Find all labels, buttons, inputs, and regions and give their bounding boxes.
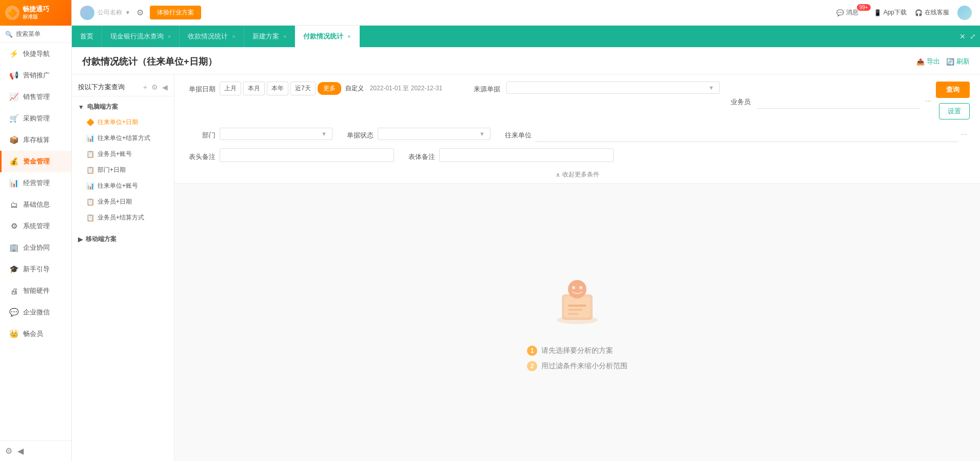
sidebar-item-quick-nav[interactable]: ⚡ 快捷导航 bbox=[0, 43, 71, 65]
svg-point-5 bbox=[579, 286, 582, 289]
solution-group-mobile-header[interactable]: ▶ 移动端方案 bbox=[72, 232, 174, 247]
source-doc-arrow-icon: ▼ bbox=[709, 85, 714, 91]
date-btn-last-month[interactable]: 上月 bbox=[220, 82, 241, 95]
sidebar-item-marketing[interactable]: 📢 营销推广 bbox=[0, 65, 71, 86]
solution-item-salesman-account[interactable]: 📋 业务员+账号 bbox=[72, 146, 174, 162]
hint-number-1: 1 bbox=[527, 346, 537, 356]
tab-new-plan[interactable]: 新建方案 × bbox=[244, 26, 295, 47]
app-icon: 📱 bbox=[874, 9, 881, 16]
search-menu[interactable]: 🔍 搜索菜单 bbox=[0, 26, 71, 43]
topbar-online-service[interactable]: 🎧 在线客服 bbox=[915, 8, 949, 17]
solution-settings-icon[interactable]: ⚙ bbox=[151, 83, 158, 91]
table-header-note-input[interactable] bbox=[220, 148, 394, 162]
table-body-note-label: 表体备注 bbox=[404, 149, 435, 162]
sidebar-item-capital[interactable]: 💰 资金管理 bbox=[0, 151, 71, 172]
solution-group-mobile-arrow-icon: ▶ bbox=[78, 236, 83, 243]
solution-collapse-icon[interactable]: ◀ bbox=[162, 83, 168, 91]
sidebar-item-wechat[interactable]: 💬 企业微信 bbox=[0, 302, 71, 323]
topbar-messages[interactable]: 💬 消息 99+ bbox=[836, 8, 866, 17]
maximize-icon[interactable]: ⤢ bbox=[970, 32, 976, 41]
solution-panel-header: 按以下方案查询 + ⚙ ◀ bbox=[72, 78, 174, 96]
salesman-input[interactable] bbox=[757, 92, 921, 109]
sidebar-item-inventory[interactable]: 📦 库存核算 bbox=[0, 129, 71, 151]
query-button[interactable]: 查询 bbox=[936, 82, 970, 98]
topbar: 公司名称 ▼ ⚙ 体验行业方案 💬 消息 99+ 📱 App下载 🎧 在线客服 bbox=[72, 0, 980, 26]
sidebar-item-purchase[interactable]: 🛒 采购管理 bbox=[0, 108, 71, 129]
solution-panel: 按以下方案查询 + ⚙ ◀ ▼ 电脑端方案 🔶 往来单位+日期 📊 bbox=[72, 74, 174, 461]
topbar-profile[interactable]: 公司名称 ▼ bbox=[80, 6, 130, 20]
sidebar-item-member[interactable]: 👑 畅会员 bbox=[0, 323, 71, 345]
solution-partner-settle-icon: 📊 bbox=[86, 134, 94, 142]
refresh-button[interactable]: 🔄 刷新 bbox=[946, 57, 970, 66]
table-body-note-input[interactable] bbox=[439, 148, 614, 162]
date-label: 单据日期 bbox=[185, 82, 215, 94]
operations-icon: 📊 bbox=[9, 178, 19, 188]
svg-point-4 bbox=[572, 286, 575, 289]
trial-industry-button[interactable]: 体验行业方案 bbox=[150, 6, 201, 19]
solution-item-salesman-date[interactable]: 📋 业务员+日期 bbox=[72, 194, 174, 210]
doc-status-arrow-icon: ▼ bbox=[479, 131, 485, 137]
doc-status-select[interactable]: ▼ bbox=[378, 128, 491, 140]
topbar-app-download[interactable]: 📱 App下载 bbox=[874, 8, 907, 17]
collapse-filter-button[interactable]: ∧ 收起更多条件 bbox=[185, 166, 970, 183]
sidebar-item-operations[interactable]: 📊 经营管理 bbox=[0, 172, 71, 194]
message-badge: 99+ bbox=[857, 4, 871, 11]
tab-home[interactable]: 首页 bbox=[72, 26, 102, 47]
date-btn-this-month[interactable]: 本月 bbox=[243, 82, 265, 95]
sidebar-item-guide[interactable]: 🎓 新手引导 bbox=[0, 258, 71, 280]
filter-solution-wrapper: 按以下方案查询 + ⚙ ◀ ▼ 电脑端方案 🔶 往来单位+日期 📊 bbox=[72, 74, 980, 461]
solution-group-desktop: ▼ 电脑端方案 🔶 往来单位+日期 📊 往来单位+结算方式 📋 业务员+账号 bbox=[72, 96, 174, 229]
hardware-icon: 🖨 bbox=[9, 287, 19, 295]
sidebar-settings-btn[interactable]: ⚙ bbox=[5, 446, 12, 456]
right-panel: 单据日期 上月 本月 本年 近7天 更多 自定义 2022-01-01 至 20… bbox=[174, 74, 980, 461]
tab-payment-stats[interactable]: 付款情况统计 × bbox=[295, 26, 359, 47]
date-btn-last-7days[interactable]: 近7天 bbox=[290, 82, 316, 95]
enterprise-icon: 🏢 bbox=[9, 243, 19, 252]
tab-receipt-stats-close[interactable]: × bbox=[232, 33, 235, 39]
sidebar-item-system[interactable]: ⚙ 系统管理 bbox=[0, 215, 71, 237]
hint-number-2: 2 bbox=[527, 361, 537, 371]
salesman-ellipsis-icon[interactable]: ··· bbox=[923, 94, 934, 107]
sidebar-item-enterprise[interactable]: 🏢 企业协同 bbox=[0, 237, 71, 258]
topbar-right: 💬 消息 99+ 📱 App下载 🎧 在线客服 bbox=[836, 6, 972, 20]
sidebar-item-hardware[interactable]: 🖨 智能硬件 bbox=[0, 280, 71, 302]
tab-new-plan-close[interactable]: × bbox=[283, 33, 286, 39]
query-actions: 查询 设置 bbox=[936, 82, 970, 119]
solution-item-partner-settle[interactable]: 📊 往来单位+结算方式 bbox=[72, 130, 174, 146]
tab-payment-stats-close[interactable]: × bbox=[347, 33, 350, 39]
export-button[interactable]: 📤 导出 bbox=[916, 57, 940, 66]
sidebar-collapse-btn[interactable]: ◀ bbox=[17, 446, 24, 456]
partner-input[interactable] bbox=[536, 126, 958, 142]
page-header-actions: 📤 导出 🔄 刷新 bbox=[916, 57, 970, 66]
date-shortcuts-group: 上月 本月 本年 近7天 更多 自定义 2022-01-01 至 2022-12… bbox=[220, 82, 469, 95]
solution-item-dept-date[interactable]: 📋 部门+日期 bbox=[72, 162, 174, 178]
solution-salesman-account-icon: 📋 bbox=[86, 150, 94, 158]
topbar-settings-icon[interactable]: ⚙ bbox=[136, 8, 144, 17]
solution-add-icon[interactable]: + bbox=[143, 83, 147, 91]
quick-nav-icon: ⚡ bbox=[9, 49, 19, 58]
solution-salesman-settle-icon: 📋 bbox=[86, 214, 94, 222]
solution-item-salesman-settle[interactable]: 📋 业务员+结算方式 bbox=[72, 210, 174, 226]
tab-receipt-stats[interactable]: 收款情况统计 × bbox=[180, 26, 244, 47]
close-all-tabs-icon[interactable]: ✕ bbox=[959, 32, 966, 41]
source-doc-select[interactable]: ▼ bbox=[506, 82, 719, 94]
dept-select[interactable]: ▼ bbox=[220, 128, 332, 140]
date-btn-more[interactable]: 更多 bbox=[318, 82, 341, 95]
tab-bank-flow-close[interactable]: × bbox=[168, 33, 171, 39]
filter-row-3: 表头备注 表体备注 bbox=[185, 148, 970, 162]
sidebar-item-sales[interactable]: 📈 销售管理 bbox=[0, 86, 71, 108]
tab-bank-flow[interactable]: 现金银行流水查询 × bbox=[102, 26, 180, 47]
solution-partner-date-icon: 🔶 bbox=[86, 118, 94, 126]
sidebar-item-basics[interactable]: 🗂 基础信息 bbox=[0, 194, 71, 215]
table-header-note-label: 表头备注 bbox=[185, 149, 215, 162]
date-btn-this-year[interactable]: 本年 bbox=[267, 82, 288, 95]
partner-ellipsis-icon[interactable]: ··· bbox=[958, 127, 970, 141]
date-btn-custom[interactable]: 自定义 bbox=[343, 82, 366, 95]
solution-item-partner-account[interactable]: 📊 往来单位+账号 bbox=[72, 178, 174, 194]
inventory-icon: 📦 bbox=[9, 135, 19, 145]
solution-group-desktop-header[interactable]: ▼ 电脑端方案 bbox=[72, 99, 174, 114]
filter-settings-button[interactable]: 设置 bbox=[939, 103, 970, 119]
company-dropdown-icon[interactable]: ▼ bbox=[125, 10, 130, 15]
user-avatar[interactable] bbox=[957, 6, 972, 20]
solution-item-partner-date[interactable]: 🔶 往来单位+日期 bbox=[72, 114, 174, 130]
